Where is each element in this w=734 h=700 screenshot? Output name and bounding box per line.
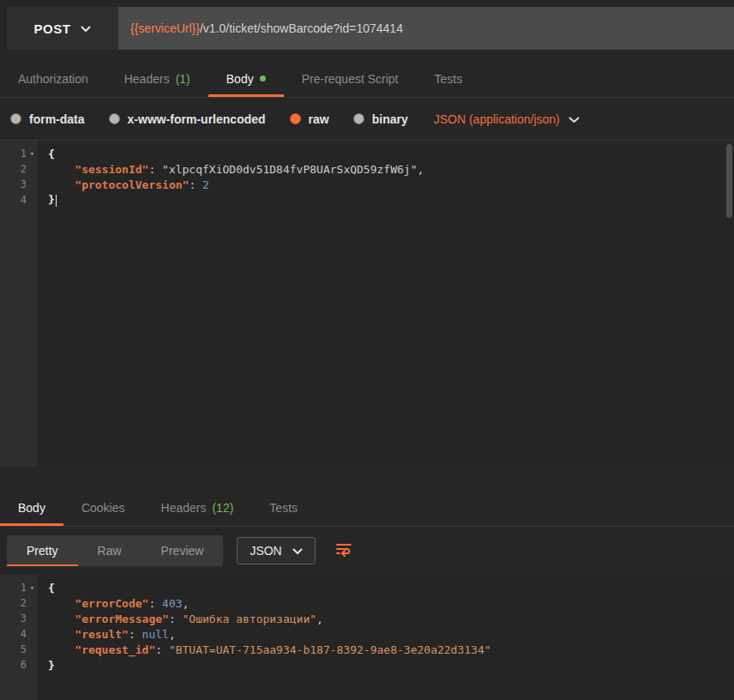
chevron-down-icon <box>292 544 303 558</box>
code-line: 3 "errorMessage": "Ошибка авторизации", <box>0 611 734 626</box>
line-number-gutter: 3 <box>0 178 38 190</box>
line-number-gutter: 1▾ <box>0 148 38 160</box>
radio-icon <box>10 113 21 124</box>
line-number-gutter: 1▾ <box>0 582 38 594</box>
code-line: 2 "errorCode": 403, <box>0 595 734 611</box>
request-body-editor[interactable]: 1▾{2 "sessionId": "xlpcqfXiOD0dv51D84fvP… <box>0 141 734 467</box>
fold-arrow-icon[interactable]: ▾ <box>27 583 38 592</box>
form-data-radio[interactable]: form-data <box>10 112 85 126</box>
tab-response-body[interactable]: Body <box>0 489 63 526</box>
chevron-down-icon <box>569 112 580 127</box>
code-line: 4 "result": null, <box>0 626 734 642</box>
response-body-viewer[interactable]: 1▾{2 "errorCode": 403,3 "errorMessage": … <box>0 575 734 700</box>
code-line: 1▾{ <box>0 580 734 595</box>
section-divider <box>0 467 734 489</box>
preview-button[interactable]: Preview <box>141 535 224 566</box>
line-number-gutter: 6 <box>0 659 38 671</box>
wrap-text-icon <box>334 541 353 560</box>
view-mode-segmented-control: Pretty Raw Preview <box>7 535 223 566</box>
response-toolbar: Pretty Raw Preview JSON <box>7 535 734 566</box>
request-tabs: Authorization Headers (1) Body Pre-reque… <box>0 60 734 98</box>
code-line: 3 "protocolVersion": 2 <box>0 177 734 192</box>
code-line: 6} <box>0 657 734 673</box>
body-mode-row: form-data x-www-form-urlencoded raw bina… <box>0 98 734 141</box>
code-line: 4} <box>0 192 734 208</box>
tab-tests[interactable]: Tests <box>417 60 481 97</box>
request-url-bar: POST {{serviceUrl}}/v1.0/ticket/showBarc… <box>7 7 734 50</box>
tab-cookies[interactable]: Cookies <box>63 489 143 526</box>
text-cursor <box>56 195 57 207</box>
url-variable: {{serviceUrl}} <box>130 21 200 35</box>
tab-headers[interactable]: Headers (1) <box>106 60 208 97</box>
tab-body[interactable]: Body <box>208 60 284 97</box>
code-line: 5 "request_id": "BTUAT=UAT-715aa934-b187… <box>0 642 734 657</box>
urlencoded-radio[interactable]: x-www-form-urlencoded <box>109 112 266 126</box>
url-input[interactable]: {{serviceUrl}}/v1.0/ticket/showBarcode?i… <box>118 7 734 50</box>
pretty-button[interactable]: Pretty <box>7 535 78 566</box>
scrollbar-thumb[interactable] <box>726 144 732 218</box>
headers-count-badge: (1) <box>176 72 190 86</box>
body-filled-dot-icon <box>260 75 266 81</box>
line-number-gutter: 5 <box>0 643 38 655</box>
code-line: 1▾{ <box>0 146 734 161</box>
response-headers-count-badge: (12) <box>212 501 233 515</box>
line-number-gutter: 2 <box>0 597 38 609</box>
fold-arrow-icon[interactable]: ▾ <box>27 149 38 158</box>
tab-response-headers[interactable]: Headers (12) <box>143 489 252 526</box>
radio-icon <box>353 113 364 124</box>
line-number-gutter: 4 <box>0 628 38 640</box>
raw-radio[interactable]: raw <box>290 112 329 126</box>
response-tabs: Body Cookies Headers (12) Tests <box>0 489 734 527</box>
tab-response-tests[interactable]: Tests <box>251 489 316 526</box>
tab-authorization[interactable]: Authorization <box>0 60 106 97</box>
binary-radio[interactable]: binary <box>353 112 408 126</box>
raw-type-dropdown[interactable]: JSON (application/json) <box>434 112 580 127</box>
response-type-dropdown[interactable]: JSON <box>237 537 315 564</box>
raw-button[interactable]: Raw <box>78 535 141 566</box>
method-dropdown[interactable]: POST <box>7 7 118 50</box>
line-number-gutter: 4 <box>0 194 38 206</box>
radio-selected-icon <box>290 113 301 124</box>
tab-pre-request-script[interactable]: Pre-request Script <box>284 60 417 97</box>
radio-icon <box>109 113 120 124</box>
postman-window: POST {{serviceUrl}}/v1.0/ticket/showBarc… <box>0 0 734 700</box>
line-number-gutter: 2 <box>0 163 38 175</box>
method-label: POST <box>34 21 71 36</box>
code-line: 2 "sessionId": "xlpcqfXiOD0dv51D84fvP8UA… <box>0 161 734 177</box>
line-number-gutter: 3 <box>0 612 38 625</box>
wrap-text-button[interactable] <box>329 537 358 564</box>
chevron-down-icon <box>81 21 91 36</box>
url-path: /v1.0/ticket/showBarcode?id=1074414 <box>200 21 403 35</box>
